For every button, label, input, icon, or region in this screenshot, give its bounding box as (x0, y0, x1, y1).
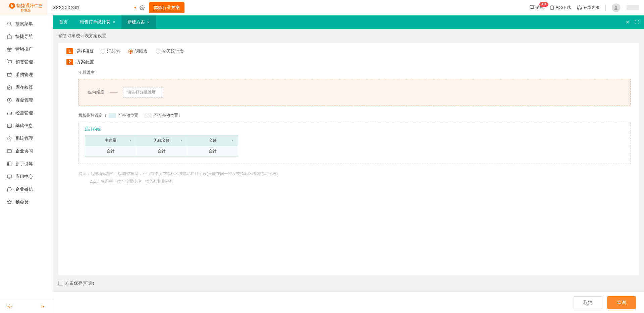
footer-bar: 取消 查询 (53, 292, 644, 313)
chevron-down-icon[interactable]: ⌄ (231, 138, 234, 141)
radio-dot-icon (156, 49, 160, 54)
sidebar-item-14[interactable]: 畅会员 (0, 196, 53, 208)
cancel-button[interactable]: 取消 (574, 296, 602, 309)
online-service-label: 在线客服 (583, 5, 599, 10)
sidebar-item-label: 库存核算 (15, 84, 33, 90)
cart-icon (7, 59, 12, 65)
summary-dim-title: 汇总维度 (78, 70, 631, 75)
dimension-zone: 纵向维度 请选择分组维度 (78, 79, 631, 106)
svg-point-9 (8, 64, 9, 64)
template-radio-1[interactable]: 明细表 (128, 48, 148, 54)
online-service-link[interactable]: 在线客服 (577, 5, 599, 10)
tab-2[interactable]: 新建方案✕ (121, 15, 156, 29)
chevron-down-icon: ▼ (133, 6, 137, 9)
save-checkbox[interactable] (58, 281, 63, 286)
tab-close-all-icon[interactable] (625, 20, 630, 24)
bars-icon (7, 110, 12, 116)
messages-badge: 99+ (539, 2, 548, 7)
sidebar-item-3[interactable]: 销售管理 (0, 56, 53, 68)
tab-1[interactable]: 销售订单统计表✕ (74, 15, 121, 29)
close-icon[interactable]: ✕ (147, 20, 150, 24)
vertical-dim-input[interactable]: 请选择分组维度 (123, 87, 163, 98)
tab-label: 首页 (59, 19, 68, 25)
svg-rect-24 (8, 162, 11, 166)
svg-line-5 (10, 25, 11, 26)
sidebar-item-2[interactable]: 营销推广 (0, 43, 53, 56)
sidebar-item-8[interactable]: 基础信息 (0, 119, 53, 132)
metric-footer-1: 合计 (136, 146, 187, 157)
sidebar-collapse-icon[interactable] (41, 304, 46, 309)
sidebar-item-11[interactable]: 新手引导 (0, 158, 53, 170)
sidebar-item-0[interactable]: 搜索菜单 (0, 17, 53, 30)
tab-0[interactable]: 首页 (53, 15, 74, 29)
app-download-label: App下载 (556, 5, 571, 10)
sidebar-item-label: 系统管理 (15, 135, 33, 141)
svg-point-21 (8, 137, 11, 140)
sidebar-item-label: 采购管理 (15, 72, 33, 78)
dim-connector (110, 92, 118, 92)
svg-point-3 (615, 6, 617, 7)
template-radio-2[interactable]: 交叉统计表 (156, 48, 184, 54)
trial-button[interactable]: 体验行业方案 (149, 2, 184, 13)
metric-header-label: 主数量 (105, 138, 117, 143)
sidebar-item-label: 经营管理 (15, 110, 33, 116)
hint-line-2: 2.点击标题栏下拉可设置排序、插入列和删除列 (90, 179, 173, 184)
chevron-down-icon[interactable]: ⌄ (180, 138, 183, 141)
fullscreen-icon[interactable] (635, 20, 639, 24)
metrics-title: 统计指标 (85, 127, 624, 132)
sidebar-item-12[interactable]: 应用中心 (0, 170, 53, 183)
svg-point-28 (9, 306, 10, 307)
metric-header-1[interactable]: 无税金额⌄ (136, 135, 187, 146)
link-icon (7, 148, 12, 154)
top-header: b 畅捷通好生意 标准版 XXXXXX公司 ▼ 体验行业方案 消息 99+ (0, 0, 644, 15)
settings-icon[interactable] (140, 5, 145, 10)
brand-logo[interactable]: b 畅捷通好生意 标准版 (0, 0, 48, 15)
sidebar-item-5[interactable]: 库存核算 (0, 81, 53, 94)
metric-header-label: 金额 (209, 138, 217, 143)
tv-icon (7, 174, 12, 179)
sidebar-settings-icon[interactable] (7, 304, 12, 309)
sidebar-item-label: 企业微信 (15, 186, 33, 192)
brand-icon: b (9, 3, 15, 9)
metric-header-0[interactable]: 主数量⌄ (85, 135, 136, 146)
legend-drag-swatch (109, 113, 116, 118)
metric-header-2[interactable]: 金额⌄ (187, 135, 238, 146)
chat-icon (7, 187, 12, 192)
sidebar-item-10[interactable]: 企业协同 (0, 145, 53, 158)
sidebar-item-label: 销售管理 (15, 59, 33, 65)
template-radio-0[interactable]: 汇总表 (101, 48, 120, 54)
radio-dot-icon (101, 49, 105, 54)
radio-label: 明细表 (135, 48, 148, 54)
sidebar-item-label: 新手引导 (15, 161, 33, 167)
phone-icon (550, 5, 554, 10)
metric-header-label: 无税金额 (154, 138, 170, 143)
svg-point-4 (8, 22, 11, 25)
sidebar-item-9[interactable]: 系统管理 (0, 132, 53, 145)
vertical-dim-label: 纵向维度 (88, 89, 104, 95)
messages-link[interactable]: 消息 99+ (529, 5, 544, 10)
home-icon (7, 34, 12, 39)
legend-drag-label: 可拖动位置 (118, 113, 138, 118)
sidebar-item-4[interactable]: 采购管理 (0, 68, 53, 81)
svg-point-0 (142, 7, 143, 8)
legend-row: 模板指标设定（ 可拖动位置 不可拖动位置） (78, 113, 631, 118)
sidebar-item-1[interactable]: 快捷导航 (0, 30, 53, 43)
query-button[interactable]: 查询 (607, 296, 636, 309)
save-option-row[interactable]: 方案保存(可选) (58, 280, 644, 292)
chevron-down-icon[interactable]: ⌄ (129, 138, 132, 141)
user-avatar[interactable] (612, 3, 621, 12)
step-2-row: 2 方案配置 (66, 59, 631, 65)
book-icon (7, 161, 12, 167)
sidebar-item-13[interactable]: 企业微信 (0, 183, 53, 196)
gear-dash-icon (7, 136, 12, 141)
company-selector[interactable]: XXXXXX公司 ▼ (53, 5, 137, 11)
user-name-placeholder (627, 5, 639, 10)
brand-edition: 标准版 (21, 8, 31, 13)
sidebar-item-7[interactable]: 经营管理 (0, 107, 53, 119)
close-icon[interactable]: ✕ (112, 20, 115, 24)
legend-nodrag-label: 不可拖动位置） (154, 113, 182, 118)
app-download-link[interactable]: App下载 (550, 5, 571, 10)
legend-prefix: 模板指标设定（ (78, 113, 107, 118)
sidebar-item-6[interactable]: 资金管理 (0, 94, 53, 107)
headset-icon (577, 5, 582, 10)
